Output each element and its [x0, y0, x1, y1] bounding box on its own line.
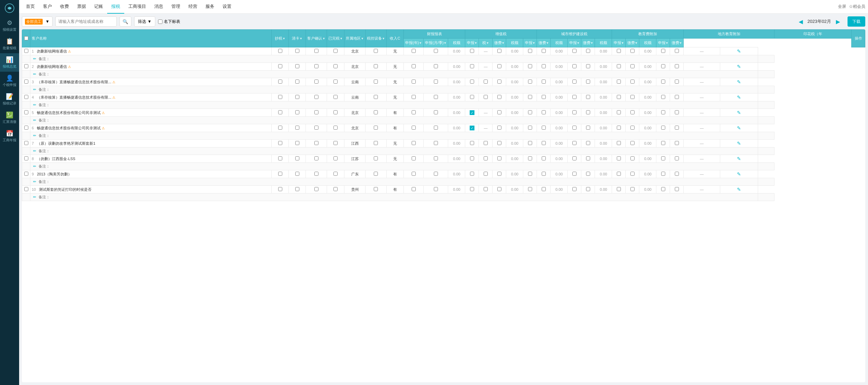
checkbox[interactable] [470, 95, 474, 99]
city-fee-checkbox[interactable] [542, 141, 546, 145]
fin-month-checkbox[interactable] [434, 64, 438, 68]
edu-fee-checkbox[interactable] [586, 64, 590, 68]
tax-copy-checkbox[interactable] [278, 156, 282, 160]
vat-fee-checkbox[interactable] [497, 64, 501, 68]
fin-year-checkbox[interactable] [412, 110, 416, 114]
edit-icon[interactable]: ✎ [737, 141, 741, 146]
vat-fee-checkbox[interactable] [497, 141, 501, 145]
edu-fee-checkbox[interactable] [586, 95, 590, 99]
edu-declare-checkbox[interactable] [572, 126, 577, 130]
edu-fee-checkbox[interactable] [586, 172, 590, 176]
local-declare-checkbox[interactable] [617, 156, 621, 160]
stamp-declare-checkbox[interactable] [661, 64, 665, 68]
fin-month-checkbox[interactable] [434, 95, 438, 99]
clear-card-checkbox[interactable] [295, 172, 299, 176]
filter-button[interactable]: 筛选 ▼ [134, 16, 155, 27]
confirmed-checkbox[interactable] [314, 80, 318, 84]
tax-copy-checkbox[interactable] [278, 95, 282, 99]
fin-year-checkbox[interactable] [412, 49, 416, 53]
local-declare-checkbox[interactable] [617, 49, 621, 53]
local-fee-checkbox[interactable] [630, 126, 635, 130]
stamp-declare-checkbox[interactable] [661, 95, 665, 99]
edu-declare-checkbox[interactable] [572, 95, 577, 99]
vat-tax-checkbox[interactable] [484, 80, 488, 84]
tax-device-checkbox[interactable] [374, 95, 378, 99]
next-date-btn[interactable]: ▶ [834, 18, 842, 26]
declared-checkbox[interactable] [333, 187, 338, 191]
local-declare-checkbox[interactable] [617, 126, 621, 130]
stamp-fee-checkbox[interactable] [675, 156, 679, 160]
city-fee-checkbox[interactable] [542, 49, 546, 53]
edit-icon[interactable]: ✎ [737, 79, 741, 85]
stamp-declare-checkbox[interactable] [661, 80, 665, 84]
confirmed-checkbox[interactable] [314, 156, 318, 160]
declared-checkbox[interactable] [333, 80, 338, 84]
local-fee-checkbox[interactable] [630, 172, 635, 176]
fin-year-checkbox[interactable] [412, 80, 416, 84]
edu-declare-checkbox[interactable] [572, 156, 577, 160]
nav-finance[interactable]: 经营 [184, 0, 201, 14]
city-declare-checkbox[interactable] [528, 95, 532, 99]
fin-month-checkbox[interactable] [434, 110, 438, 114]
city-declare-checkbox[interactable] [528, 110, 532, 114]
stamp-fee-checkbox[interactable] [675, 187, 679, 191]
nav-tax[interactable]: 报税 [107, 0, 124, 14]
employee-filter-dropdown[interactable]: 全部员工 ▼ [22, 16, 53, 27]
tax-device-checkbox[interactable] [374, 187, 378, 191]
edit-icon[interactable]: ✎ [737, 95, 741, 100]
edu-declare-checkbox[interactable] [572, 172, 577, 176]
row-checkbox[interactable] [24, 187, 28, 191]
local-declare-checkbox[interactable] [617, 141, 621, 145]
edit-icon[interactable]: ✎ [737, 110, 741, 115]
vat-fee-checkbox[interactable] [497, 172, 501, 176]
edu-fee-checkbox[interactable] [586, 126, 590, 130]
fin-month-checkbox[interactable] [434, 141, 438, 145]
tax-copy-checkbox[interactable] [278, 80, 282, 84]
local-fee-checkbox[interactable] [630, 49, 635, 53]
local-declare-checkbox[interactable] [617, 64, 621, 68]
edit-icon[interactable]: ✎ [737, 156, 741, 161]
edu-declare-checkbox[interactable] [572, 110, 577, 114]
fin-year-checkbox[interactable] [412, 141, 416, 145]
fin-month-checkbox[interactable] [434, 156, 438, 160]
stamp-fee-checkbox[interactable] [675, 110, 679, 114]
declared-checkbox[interactable] [333, 172, 338, 176]
city-fee-checkbox[interactable] [542, 172, 546, 176]
sidebar-item-tax-view[interactable]: 📊 报税总览 [0, 53, 19, 72]
edu-declare-checkbox[interactable] [572, 80, 577, 84]
fullscreen-btn[interactable]: 全屏 [838, 4, 846, 10]
vat-fee-checkbox[interactable] [497, 126, 501, 130]
nav-settings[interactable]: 设置 [218, 0, 236, 14]
confirmed-checkbox[interactable] [314, 126, 318, 130]
clear-card-checkbox[interactable] [295, 156, 299, 160]
vat-fee-checkbox[interactable] [497, 80, 501, 84]
tax-copy-checkbox[interactable] [278, 126, 282, 130]
declared-checkbox[interactable] [333, 49, 338, 53]
nav-service[interactable]: 服务 [201, 0, 218, 14]
vat-fee-checkbox[interactable] [497, 110, 501, 114]
edit-icon[interactable]: ✎ [737, 125, 741, 131]
fin-month-checkbox[interactable] [434, 80, 438, 84]
fin-month-checkbox[interactable] [434, 172, 438, 176]
tax-copy-checkbox[interactable] [278, 64, 282, 68]
checkbox[interactable] [470, 64, 474, 68]
checkbox[interactable] [470, 80, 474, 84]
declared-checkbox[interactable] [333, 141, 338, 145]
row-checkbox[interactable] [24, 126, 28, 130]
city-declare-checkbox[interactable] [528, 49, 532, 53]
nav-invoice[interactable]: 票据 [73, 0, 90, 14]
row-checkbox[interactable] [24, 110, 28, 114]
nav-home[interactable]: 首页 [22, 0, 39, 14]
confirmed-checkbox[interactable] [314, 172, 318, 176]
declared-checkbox[interactable] [333, 126, 338, 130]
stamp-fee-checkbox[interactable] [675, 80, 679, 84]
member-btn[interactable]: ☆稻会员 [849, 4, 865, 10]
row-checkbox[interactable] [24, 141, 28, 145]
checkbox-label[interactable]: 名下标表 [158, 19, 180, 25]
vat-tax-checkbox[interactable] [484, 141, 488, 145]
fin-year-checkbox[interactable] [412, 95, 416, 99]
confirmed-checkbox[interactable] [314, 64, 318, 68]
stamp-fee-checkbox[interactable] [675, 95, 679, 99]
stamp-fee-checkbox[interactable] [675, 172, 679, 176]
vat-tax-checkbox[interactable] [484, 156, 488, 160]
